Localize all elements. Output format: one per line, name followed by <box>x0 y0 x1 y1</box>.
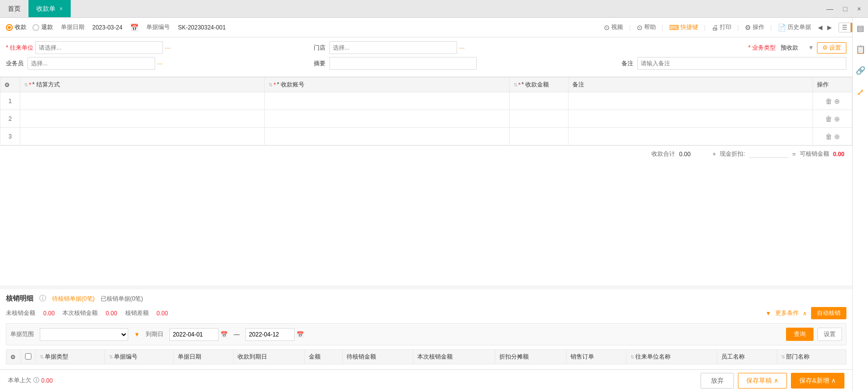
calendar-icon[interactable]: 📅 <box>130 24 138 31</box>
shortcut-label: 快捷键 <box>680 23 698 31</box>
row-amount-1[interactable] <box>509 92 568 110</box>
tab-pending[interactable]: 待核销单据(0笔) <box>52 295 95 303</box>
next-arrow[interactable]: ▶ <box>825 23 834 32</box>
row-account-1[interactable] <box>265 92 509 110</box>
chevron-up-icon[interactable]: ∧ <box>803 310 807 317</box>
settlement-input-1[interactable] <box>20 92 264 110</box>
summary-input[interactable] <box>329 57 477 70</box>
counterpart-input[interactable] <box>35 41 163 54</box>
row-note-3[interactable] <box>568 128 813 145</box>
settlement-input-3[interactable] <box>20 128 264 145</box>
print-btn[interactable]: 🖨 打印 <box>711 23 732 31</box>
filter-settings-btn[interactable]: 设置 <box>817 328 842 341</box>
row-action-1: 🗑 ⊕ <box>813 92 852 110</box>
summary-label: 摘要 <box>314 59 326 68</box>
row-settlement-3[interactable] <box>20 128 265 145</box>
tab-done[interactable]: 已核销单据(0笔) <box>101 295 143 303</box>
date-to-input[interactable] <box>245 328 295 341</box>
save-draft-chevron: ∧ <box>774 377 779 384</box>
radio-receipt[interactable]: 收款 <box>6 23 27 31</box>
tab-home[interactable]: 首页 <box>0 0 28 17</box>
note-input-3[interactable] <box>569 128 813 145</box>
amount-input-3[interactable] <box>510 128 568 145</box>
filter-range-dropdown[interactable]: ▼ <box>134 331 140 338</box>
salesperson-input[interactable] <box>27 57 155 70</box>
delete-icon-2[interactable]: 🗑 <box>825 115 832 123</box>
store-more-btn[interactable]: ··· <box>457 44 467 52</box>
more-conditions[interactable]: 更多条件 <box>775 309 799 317</box>
discount-input[interactable] <box>749 150 788 158</box>
business-type-dropdown[interactable]: ▼ <box>808 44 814 51</box>
radio-refund[interactable]: 退款 <box>32 23 53 31</box>
row-note-2[interactable] <box>568 110 813 128</box>
note-field: 备注 <box>614 57 846 70</box>
row-settlement-1[interactable] <box>20 92 265 110</box>
shortcut-btn[interactable]: ⌨ 快捷键 <box>669 23 698 31</box>
settlement-input-2[interactable] <box>20 110 264 127</box>
bottom-info-icon[interactable]: ⓘ <box>33 376 39 385</box>
table-gear-icon[interactable]: ⚙ <box>4 82 10 88</box>
calendar-to-icon[interactable]: 📅 <box>297 331 304 338</box>
copy-icon-1[interactable]: ⊕ <box>834 97 840 105</box>
row-account-2[interactable] <box>265 110 509 128</box>
account-input-2[interactable] <box>265 110 509 127</box>
help-label: 帮助 <box>644 23 656 31</box>
sidebar-expand-icon[interactable]: ⤢ <box>855 85 866 100</box>
amount-input-1[interactable] <box>510 92 568 110</box>
save-new-btn[interactable]: 保存&新增 ∧ <box>791 373 844 389</box>
auto-cancel-btn[interactable]: 自动核销 <box>811 307 846 319</box>
th-checkbox <box>21 350 36 364</box>
minimize-btn[interactable]: — <box>823 4 836 14</box>
note-input-1[interactable] <box>569 92 813 110</box>
row-settlement-2[interactable] <box>20 110 265 128</box>
query-btn[interactable]: 查询 <box>786 328 814 341</box>
sidebar-note-icon[interactable]: 📋 <box>854 43 868 56</box>
copy-icon-3[interactable]: ⊕ <box>834 133 840 140</box>
th-settings[interactable]: ⚙ <box>0 78 20 92</box>
table2-gear-icon[interactable]: ⚙ <box>10 354 16 361</box>
tab-current[interactable]: 收款单 × <box>28 0 71 17</box>
row-amount-2[interactable] <box>509 110 568 128</box>
shortcut-icon: ⌨ <box>669 24 679 31</box>
th-type-label: 单据类型 <box>45 353 68 361</box>
th-employee-label: 员工名称 <box>721 353 745 360</box>
history-btn[interactable]: 📄 历史单据 <box>778 23 811 31</box>
date-from-input[interactable] <box>169 328 218 341</box>
note-input-2[interactable] <box>569 110 813 127</box>
note-input[interactable] <box>637 57 846 70</box>
store-input[interactable] <box>329 41 457 54</box>
account-input-1[interactable] <box>265 92 509 110</box>
salesperson-more-btn[interactable]: ··· <box>155 59 165 67</box>
filter-icon[interactable]: ▼ <box>765 310 771 317</box>
th-amount-label: * 收款金额 <box>521 81 549 89</box>
row-account-3[interactable] <box>265 128 509 145</box>
tab-close-btn[interactable]: × <box>59 5 63 12</box>
abandon-btn[interactable]: 放弃 <box>701 373 734 389</box>
prev-arrow[interactable]: ◀ <box>816 23 824 32</box>
video-btn[interactable]: ⊙ 视频 <box>604 23 623 31</box>
sidebar-attachment-icon[interactable]: 🔗 <box>854 64 868 77</box>
close-btn[interactable]: × <box>854 4 864 14</box>
filter-range-select[interactable] <box>40 328 128 341</box>
help-btn[interactable]: ⊙ 帮助 <box>637 23 656 31</box>
history-label: 历史单据 <box>787 23 811 31</box>
row-note-1[interactable] <box>568 92 813 110</box>
th-settings-2[interactable]: ⚙ <box>6 350 21 364</box>
copy-icon-2[interactable]: ⊕ <box>834 115 840 123</box>
delete-icon-1[interactable]: 🗑 <box>825 97 832 105</box>
operation-btn[interactable]: ⚙ 操作 <box>745 23 764 31</box>
salesperson-field: 业务员 ··· <box>6 57 306 70</box>
maximize-btn[interactable]: □ <box>840 4 850 14</box>
list-view-btn[interactable]: ☰ <box>839 23 851 32</box>
save-draft-btn[interactable]: 保存草稿 ∧ <box>738 373 787 389</box>
account-input-3[interactable] <box>265 128 509 145</box>
discount-label: 现金折扣: <box>720 150 745 158</box>
verify-info-icon[interactable]: ⓘ <box>39 294 46 303</box>
calendar-from-icon[interactable]: 📅 <box>220 331 228 338</box>
settings-btn[interactable]: ⚙ 设置 <box>817 42 846 54</box>
select-all-checkbox[interactable] <box>25 353 31 360</box>
delete-icon-3[interactable]: 🗑 <box>825 133 832 140</box>
row-amount-3[interactable] <box>509 128 568 145</box>
counterpart-more-btn[interactable]: ··· <box>163 44 173 52</box>
amount-input-2[interactable] <box>510 110 568 127</box>
